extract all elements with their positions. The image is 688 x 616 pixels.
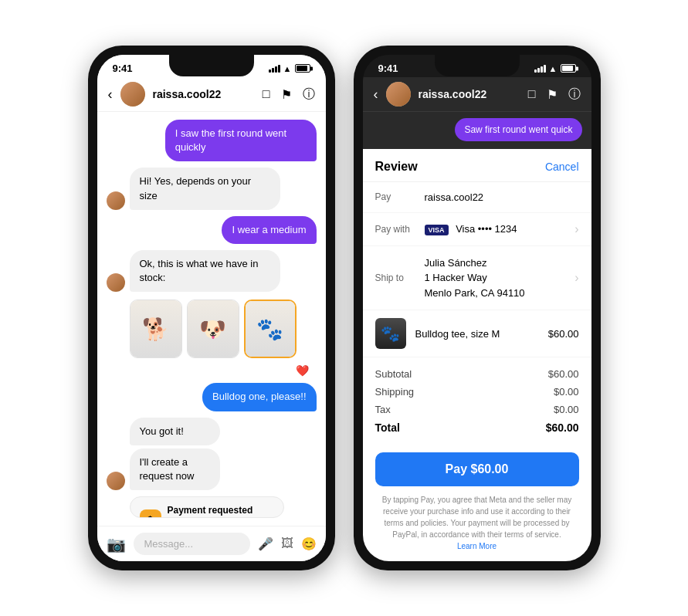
heart-icon: ❤️: [296, 364, 309, 377]
review-title: Review: [375, 160, 418, 174]
payment-title: Payment requested: [168, 505, 253, 516]
flag-icon[interactable]: ⚑: [281, 87, 292, 102]
product-card-3[interactable]: 🐾: [244, 300, 297, 358]
item-name: Bulldog tee, size M: [415, 328, 539, 340]
disclaimer: By tapping Pay, you agree that Meta and …: [363, 494, 591, 561]
pay-label: Pay: [375, 191, 417, 202]
tax-label: Tax: [375, 404, 391, 415]
username-1: raissa.cool22: [153, 88, 255, 100]
msg-row-sent-3: Bulldog one, please!!: [107, 383, 317, 411]
input-bar-1: 📷 Message... 🎤 🖼 😊: [97, 526, 326, 561]
pay-to-row: Pay raissa.cool22: [363, 182, 591, 213]
chat-preview: Saw first round went quick: [363, 112, 591, 149]
signal-icon-2: [534, 65, 546, 73]
product-card-2[interactable]: 🐶: [187, 300, 239, 358]
dog-tshirt-3: 🐾: [246, 301, 295, 357]
review-header: Review Cancel: [363, 149, 591, 182]
wifi-icon: ▲: [283, 64, 292, 73]
subtotal-row: Subtotal $60.00: [375, 365, 579, 383]
flag-icon-2[interactable]: ⚑: [547, 87, 558, 102]
main-container: 9:41 ▲ ‹: [73, 30, 616, 586]
shipping-value: $0.00: [554, 386, 579, 398]
preview-bubble: Saw first round went quick: [455, 118, 581, 141]
nav-icons-1: □ ⚑ ⓘ: [263, 86, 315, 103]
dog-tshirt-1: 🐕: [130, 300, 181, 357]
msg-row-received-1: Hi! Yes, depends on your size: [107, 168, 317, 209]
msg-row-sent-1: I saw the first round went quickly: [107, 120, 317, 161]
emoji-icon[interactable]: 😊: [301, 536, 317, 551]
notch-1: [169, 55, 254, 76]
bubble-received-3b: I'll create a request now: [130, 448, 220, 490]
phone-2: 9:41 ▲ ‹: [354, 46, 601, 570]
msg-row-received-2: Ok, this is what we have in stock:: [107, 250, 317, 292]
total-row: Total $60.00: [375, 418, 579, 437]
screen-2: 9:41 ▲ ‹: [363, 55, 591, 561]
signal-icon: [269, 65, 280, 73]
subtotal-label: Subtotal: [375, 368, 412, 380]
totals-section: Subtotal $60.00 Shipping $0.00 Tax $0.00: [363, 357, 591, 445]
msg-avatar-3: [107, 472, 125, 490]
message-input[interactable]: Message...: [134, 533, 250, 555]
pay-to-value: raissa.cool22: [425, 191, 579, 203]
product-card-1[interactable]: 🐕: [130, 300, 182, 358]
msg-row-sent-2: I wear a medium: [107, 216, 317, 244]
nav-bar-2: ‹ raissa.cool22 □ ⚑ ⓘ: [363, 77, 591, 112]
ship-to-row[interactable]: Ship to Julia Sánchez 1 Hacker Way Menlo…: [363, 246, 591, 311]
mic-icon[interactable]: 🎤: [258, 536, 273, 551]
nav-icons-2: □ ⚑ ⓘ: [528, 86, 581, 103]
ship-to-label: Ship to: [375, 272, 417, 283]
time-1: 9:41: [113, 63, 133, 74]
pay-with-label: Pay with: [375, 224, 417, 235]
payment-total: Total: $60: [168, 517, 253, 518]
shipping-row: Shipping $0.00: [375, 383, 579, 401]
msg-avatar-2: [107, 273, 125, 292]
ship-address: Julia Sánchez 1 Hacker Way Menlo Park, C…: [425, 256, 568, 301]
total-label: Total: [375, 421, 400, 434]
notch-2: [435, 55, 520, 76]
bubble-received-3a: You got it!: [130, 418, 220, 445]
payment-dollar-icon: $: [140, 509, 161, 518]
battery-icon-2: [561, 64, 576, 73]
avatar-2: [386, 82, 411, 107]
cancel-button[interactable]: Cancel: [545, 161, 579, 173]
camera-icon[interactable]: 📷: [107, 535, 126, 553]
wifi-icon-2: ▲: [549, 64, 558, 73]
tax-row: Tax $0.00: [375, 401, 579, 418]
msg-row-received-3: You got it! I'll create a request now: [107, 418, 317, 491]
item-row: 🐾 Bulldog tee, size M $60.00: [363, 310, 591, 357]
total-value: $60.00: [546, 421, 579, 434]
msg-avatar-1: [107, 191, 125, 210]
image-icon[interactable]: 🖼: [281, 536, 293, 551]
item-thumbnail: 🐾: [375, 318, 406, 349]
pay-with-row[interactable]: Pay with VISA Visa •••• 1234 ›: [363, 213, 591, 246]
back-button-2[interactable]: ‹: [374, 86, 378, 103]
username-2: raissa.cool22: [419, 88, 520, 100]
shipping-label: Shipping: [375, 386, 415, 398]
learn-more-link[interactable]: Learn More: [457, 542, 497, 550]
bubble-sent-3: Bulldog one, please!!: [202, 383, 316, 411]
pay-large-button[interactable]: Pay $60.00: [375, 452, 579, 486]
review-panel: Review Cancel Pay raissa.cool22 Pay with…: [363, 149, 591, 562]
bubble-sent-1: I saw the first round went quickly: [165, 120, 317, 161]
screen-1: 9:41 ▲ ‹: [97, 55, 326, 561]
visa-badge: VISA: [425, 225, 449, 235]
dog-tshirt-2: 🐶: [188, 300, 239, 357]
info-icon-2[interactable]: ⓘ: [568, 86, 581, 103]
phone-1: 9:41 ▲ ‹: [88, 46, 335, 570]
payment-card-widget: $ Payment requested Total: $60 Bulldog t…: [130, 496, 284, 518]
video-icon[interactable]: □: [263, 87, 270, 101]
review-body: Pay raissa.cool22 Pay with VISA Visa •••…: [363, 182, 591, 562]
bubble-sent-2: I wear a medium: [222, 216, 316, 244]
time-2: 9:41: [378, 63, 398, 74]
back-button-1[interactable]: ‹: [108, 86, 113, 103]
nav-bar-1: ‹ raissa.cool22 □ ⚑ ⓘ: [97, 77, 326, 112]
video-icon-2[interactable]: □: [528, 87, 536, 101]
info-icon[interactable]: ⓘ: [303, 86, 315, 103]
bubble-received-1: Hi! Yes, depends on your size: [130, 168, 281, 209]
battery-icon: [295, 64, 310, 73]
avatar-1: [120, 82, 145, 107]
subtotal-value: $60.00: [548, 368, 579, 380]
heart-row: ❤️: [107, 364, 309, 377]
chat-area-1: I saw the first round went quickly Hi! Y…: [97, 112, 326, 526]
pay-with-value: VISA Visa •••• 1234: [425, 223, 568, 235]
